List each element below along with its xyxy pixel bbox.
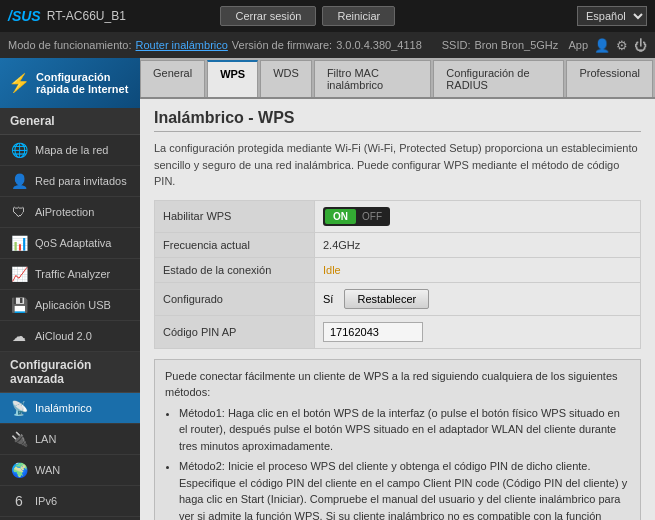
sidebar-item-inalambrico[interactable]: 📡 Inalámbrico: [0, 393, 140, 424]
quick-setup-icon: ⚡: [8, 72, 30, 94]
router-mode-link[interactable]: Router inalámbrico: [136, 39, 228, 51]
invitados-icon: 👤: [10, 173, 28, 189]
sidebar-item-label: WAN: [35, 464, 60, 476]
config-value: Sí: [323, 293, 333, 305]
tabs-bar: General WPS WDS Filtro MAC inalámbrico C…: [140, 58, 655, 99]
ssid-prefix: SSID:: [442, 39, 471, 51]
toolbar-icons: App 👤 ⚙ ⏻: [568, 38, 647, 53]
field-label-config: Configurado: [155, 282, 315, 315]
sidebar-item-qos[interactable]: 📊 QoS Adaptativa: [0, 228, 140, 259]
tab-wps[interactable]: WPS: [207, 60, 258, 97]
sidebar-item-aicloud[interactable]: ☁ AiCloud 2.0: [0, 321, 140, 352]
model-name: RT-AC66U_B1: [47, 9, 218, 23]
sidebar-item-label: Mapa de la red: [35, 144, 108, 156]
page-title: Inalámbrico - WPS: [154, 109, 641, 132]
mode-prefix: Modo de funcionamiento:: [8, 39, 132, 51]
sidebar-item-label: Inalámbrico: [35, 402, 92, 414]
firmware-prefix: Versión de firmware:: [232, 39, 332, 51]
methods-list: Método1: Haga clic en el botón WPS de la…: [165, 405, 630, 521]
table-row: Frecuencia actual 2.4GHz: [155, 232, 641, 257]
field-value-pin: [315, 315, 641, 348]
sidebar-item-label: AiProtection: [35, 206, 94, 218]
sidebar-item-label: IPv6: [35, 495, 57, 507]
field-value-freq: 2.4GHz: [315, 232, 641, 257]
tab-professional[interactable]: Professional: [566, 60, 653, 97]
toggle-off-label: OFF: [356, 209, 388, 224]
table-row: Estado de la conexión Idle: [155, 257, 641, 282]
tab-general[interactable]: General: [140, 60, 205, 97]
app-label: App: [568, 39, 588, 51]
method1-item: Método1: Haga clic en el botón WPS de la…: [179, 405, 630, 455]
traffic-icon: 📈: [10, 266, 28, 282]
sidebar-item-mapa[interactable]: 🌐 Mapa de la red: [0, 135, 140, 166]
field-value-config: Sí Restablecer: [315, 282, 641, 315]
sidebar-item-label: Red para invitados: [35, 175, 127, 187]
field-label-freq: Frecuencia actual: [155, 232, 315, 257]
pin-ap-input[interactable]: [323, 322, 423, 342]
aiprotection-icon: 🛡: [10, 204, 28, 220]
main-layout: ⚡ Configuración rápida de Internet Gener…: [0, 58, 655, 520]
toggle-on-label: ON: [325, 209, 356, 224]
sidebar-item-usb[interactable]: 💾 Aplicación USB: [0, 290, 140, 321]
logo: /SUS: [8, 8, 41, 24]
field-value-estado: Idle: [315, 257, 641, 282]
settings-table: Habilitar WPS ON OFF Frecuencia actual 2…: [154, 200, 641, 349]
sidebar-section-avanzada: Configuración avanzada: [0, 352, 140, 393]
usb-icon: 💾: [10, 297, 28, 313]
sidebar-item-label: Traffic Analyzer: [35, 268, 110, 280]
language-select[interactable]: Español: [577, 6, 647, 26]
table-row: Configurado Sí Restablecer: [155, 282, 641, 315]
restablecer-button[interactable]: Restablecer: [344, 289, 429, 309]
sidebar-item-label: AiCloud 2.0: [35, 330, 92, 342]
wps-toggle[interactable]: ON OFF: [323, 207, 390, 226]
sidebar-item-aiprotection[interactable]: 🛡 AiProtection: [0, 197, 140, 228]
sidebar-item-invitados[interactable]: 👤 Red para invitados: [0, 166, 140, 197]
reiniciar-button[interactable]: Reiniciar: [322, 6, 395, 26]
power-icon[interactable]: ⏻: [634, 38, 647, 53]
table-row: Código PIN AP: [155, 315, 641, 348]
page-description: La configuración protegida mediante Wi-F…: [154, 140, 641, 190]
sidebar-header-title: Configuración rápida de Internet: [36, 71, 132, 95]
sidebar-header: ⚡ Configuración rápida de Internet: [0, 58, 140, 108]
sidebar-section-general: General: [0, 108, 140, 135]
aicloud-icon: ☁: [10, 328, 28, 344]
tab-radius[interactable]: Configuración de RADIUS: [433, 60, 564, 97]
firmware-version: 3.0.0.4.380_4118: [336, 39, 422, 51]
content-area: General WPS WDS Filtro MAC inalámbrico C…: [140, 58, 655, 520]
sidebar-item-lan[interactable]: 🔌 LAN: [0, 424, 140, 455]
tab-wds[interactable]: WDS: [260, 60, 312, 97]
sidebar-item-label: LAN: [35, 433, 56, 445]
sidebar-item-ipv6[interactable]: 6️ IPv6: [0, 486, 140, 517]
cerrar-sesion-button[interactable]: Cerrar sesión: [220, 6, 316, 26]
table-row: Habilitar WPS ON OFF: [155, 200, 641, 232]
lan-icon: 🔌: [10, 431, 28, 447]
mapa-icon: 🌐: [10, 142, 28, 158]
inalambrico-icon: 📡: [10, 400, 28, 416]
tab-filtro-mac[interactable]: Filtro MAC inalámbrico: [314, 60, 431, 97]
mode-bar: Modo de funcionamiento: Router inalámbri…: [0, 32, 655, 58]
content-body: Inalámbrico - WPS La configuración prote…: [140, 99, 655, 520]
sidebar-item-label: Aplicación USB: [35, 299, 111, 311]
info-intro: Puede conectar fácilmente un cliente de …: [165, 370, 618, 399]
field-label-pin: Código PIN AP: [155, 315, 315, 348]
settings-icon[interactable]: ⚙: [616, 38, 628, 53]
sidebar-item-label: QoS Adaptativa: [35, 237, 111, 249]
connection-status: Idle: [323, 264, 341, 276]
wan-icon: 🌍: [10, 462, 28, 478]
ssid-value: Bron Bron_5GHz: [475, 39, 559, 51]
info-section: Puede conectar fácilmente un cliente de …: [154, 359, 641, 521]
sidebar: ⚡ Configuración rápida de Internet Gener…: [0, 58, 140, 520]
ipv6-icon: 6️: [10, 493, 28, 509]
top-bar: /SUS RT-AC66U_B1 Cerrar sesión Reiniciar…: [0, 0, 655, 32]
sidebar-item-wan[interactable]: 🌍 WAN: [0, 455, 140, 486]
field-label-wps: Habilitar WPS: [155, 200, 315, 232]
qos-icon: 📊: [10, 235, 28, 251]
field-label-estado: Estado de la conexión: [155, 257, 315, 282]
sidebar-item-traffic[interactable]: 📈 Traffic Analyzer: [0, 259, 140, 290]
user-icon[interactable]: 👤: [594, 38, 610, 53]
field-value-wps: ON OFF: [315, 200, 641, 232]
method2-item: Método2: Inicie el proceso WPS del clien…: [179, 458, 630, 520]
